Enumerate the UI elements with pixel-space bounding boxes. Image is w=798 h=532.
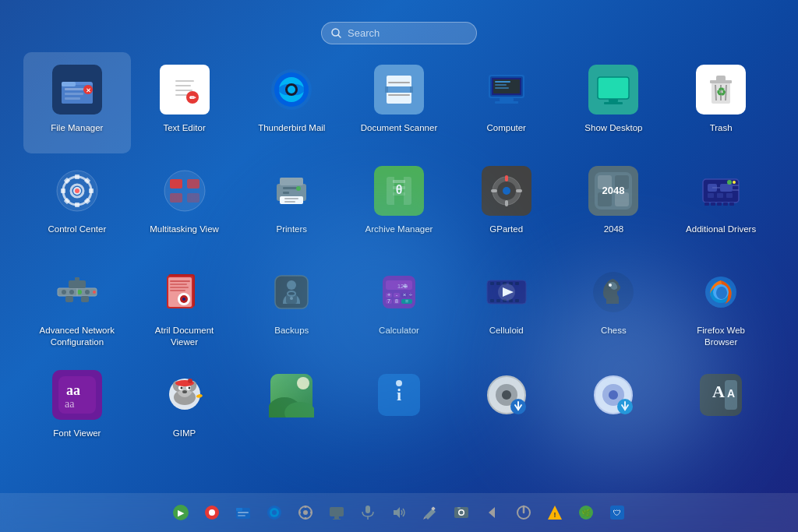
advanced-network-icon [55,270,100,315]
app-item-trash[interactable]: ♻ Trash [667,52,775,153]
svg-point-185 [182,390,187,393]
mic-icon [359,504,376,521]
app-label-gparted: GParted [489,224,523,235]
taskbar-start[interactable]: ▶ [167,499,195,527]
screenshot-icon [453,504,470,521]
taskbar-linuxmint[interactable]: 🌿 [572,499,600,527]
taskbar-files[interactable] [229,499,257,527]
app-item-computer[interactable]: Computer [453,52,560,153]
svg-point-184 [188,386,190,389]
apps-row-1: ✕ File Manager ✏ Text Editor [8,52,790,153]
app-label-document-scanner: Document Scanner [361,122,437,134]
svg-rect-219 [238,515,245,516]
show-desktop-icon [595,71,632,108]
svg-rect-65 [280,178,303,185]
app-item-celluloid[interactable]: Celluloid [453,255,560,358]
app-item-archive[interactable]: θ Archive Manager [345,153,453,255]
svg-rect-165 [515,299,519,302]
app-item-additional-drivers[interactable]: Additional Drivers [667,153,775,255]
additional-drivers-icon [698,168,743,213]
svg-rect-228 [310,512,312,514]
app-label-additional-drivers: Additional Drivers [686,224,756,235]
app-item-advanced-network[interactable]: Advanced Network Configuration [23,255,131,358]
svg-rect-218 [238,512,249,513]
app-item-atril[interactable]: Atril Document Viewer [131,255,238,358]
taskbar-updates[interactable]: 🛡 [603,499,631,527]
app-item-disk-dl1[interactable] [453,358,560,459]
taskbar-back[interactable] [478,499,507,527]
taskbar-volume[interactable] [385,499,413,527]
app-item-font-viewer[interactable]: aa aa Font Viewer [23,358,131,459]
app-item-gparted[interactable]: GParted [453,153,560,255]
svg-text:aa: aa [66,382,80,398]
2048-icon: 2048 [593,171,634,211]
svg-rect-239 [457,507,461,509]
text-editor-icon: ✏ [166,71,203,108]
taskbar-power[interactable] [510,499,538,527]
taskbar-display[interactable] [323,499,351,527]
svg-point-132 [287,280,296,290]
celluloid-icon [484,270,529,315]
svg-rect-42 [710,80,732,83]
archive-manager-icon: θ [380,172,418,210]
app-item-multitasking[interactable]: Multitasking View [131,153,238,255]
svg-point-187 [188,379,192,383]
app-item-document-scanner[interactable]: Document Scanner [345,52,453,153]
search-bar[interactable] [321,22,477,44]
document-scanner-icon [380,71,418,108]
svg-rect-118 [65,296,73,302]
svg-rect-13 [175,90,192,91]
taskbar-record[interactable] [198,499,226,527]
svg-rect-232 [365,506,370,513]
trash-icon: ♻ [702,71,740,108]
app-item-control-center[interactable]: Control Center [23,153,131,255]
svg-line-1 [338,35,341,37]
svg-text:123: 123 [397,283,408,290]
svg-rect-229 [330,507,344,516]
svg-point-199 [502,390,511,400]
svg-point-112 [77,290,82,294]
app-item-thunderbird[interactable]: Thunderbird Mail [238,52,345,153]
app-item-file-manager[interactable]: ✕ File Manager [23,52,131,153]
svg-rect-4 [62,82,76,86]
app-item-wallet[interactable] [238,358,345,459]
svg-rect-35 [500,98,514,101]
calculator-icon: + 123 + - × ÷ 7 8 = [376,270,422,315]
linuxmint-icon: 🌿 [577,504,595,521]
app-item-ibus[interactable]: i [345,358,453,459]
app-item-text-editor[interactable]: ✏ Text Editor [131,52,238,153]
app-item-calculator[interactable]: + 123 + - × ÷ 7 8 = [345,255,453,358]
display-icon [328,504,345,521]
apps-row-3: Advanced Network Configuration [8,255,790,358]
taskbar-warning[interactable]: ! [541,499,569,527]
app-item-firefox[interactable]: Firefox Web Browser [667,255,775,358]
app-label-gimp: GIMP [173,428,196,439]
app-item-chess[interactable]: Chess [560,255,668,358]
taskbar-settings[interactable] [291,499,320,527]
app-item-backups[interactable]: Backups [238,255,345,358]
browser-icon [266,504,283,521]
svg-rect-11 [175,80,194,82]
svg-rect-116 [75,277,79,280]
search-input[interactable] [348,27,449,39]
svg-rect-82 [505,200,508,206]
app-item-printers[interactable]: Printers [238,153,345,255]
back-icon [484,504,501,521]
taskbar-mic[interactable] [354,499,382,527]
taskbar-screenshot[interactable] [447,499,475,527]
taskbar-browser[interactable] [260,499,288,527]
app-item-disk-dl2[interactable] [560,358,668,459]
app-item-gimp[interactable]: GIMP [131,358,238,459]
firefox-icon [698,270,743,315]
taskbar-pen[interactable] [416,499,444,527]
svg-rect-97 [726,193,733,198]
ibus-icon: i [376,372,422,417]
app-item-2048[interactable]: 2048 2048 [560,153,668,255]
svg-text:×: × [403,291,407,298]
svg-text:♻: ♻ [716,86,726,98]
app-item-font-manager[interactable]: A A [667,358,775,459]
svg-rect-51 [61,188,65,193]
app-label-advanced-network: Advanced Network Configuration [38,325,116,348]
font-manager-icon: A A [698,372,743,417]
app-item-show-desktop[interactable]: Show Desktop [560,52,668,153]
